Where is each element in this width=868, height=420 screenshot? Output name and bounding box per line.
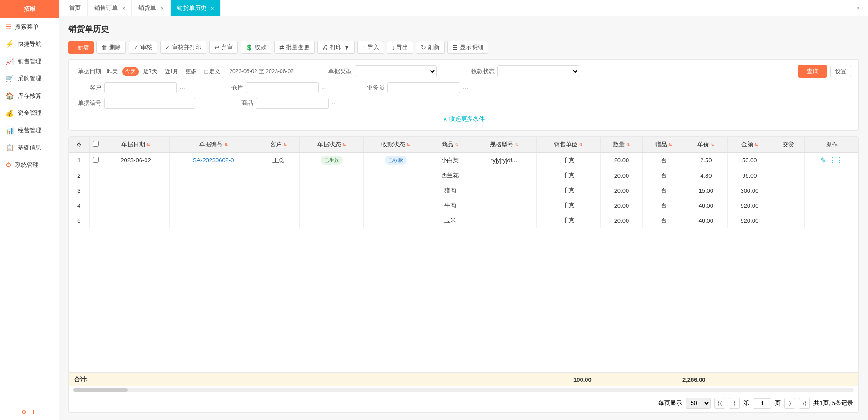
sidebar-item-inventory-calc[interactable]: 🏠 库存核算 [0, 87, 59, 105]
next-page-button[interactable]: ⟩ [784, 398, 795, 409]
date-range-display: 2023-06-02 至 2023-06-02 [229, 68, 293, 75]
row-checkbox[interactable] [93, 157, 99, 163]
sidebar-pause-icon[interactable]: ⏸ [31, 409, 37, 415]
table-scroll-area[interactable]: ⚙ 单据日期 ⇅ 单据编号 ⇅ [69, 137, 858, 372]
collapse-icon: ∧ [443, 116, 447, 123]
inventory-calc-icon: 🏠 [5, 92, 14, 100]
date-yesterday[interactable]: 昨天 [104, 67, 120, 76]
sidebar-item-system-mgmt[interactable]: ⚙ 系统管理 [0, 156, 59, 174]
footer-total-amount: 2,286.00 [682, 376, 706, 383]
abandon-button[interactable]: ↩ 弃审 [209, 41, 238, 54]
goods-ellipsis[interactable]: ··· [331, 100, 337, 107]
table-row: 4牛肉千克20.00否46.00920.00 [69, 198, 858, 213]
sidebar-item-search-menu[interactable]: ☰ 搜索菜单 [0, 18, 59, 35]
sidebar-settings-icon[interactable]: ⚙ [21, 409, 27, 415]
filter-doc-type-select[interactable] [355, 65, 437, 77]
page-input[interactable] [753, 398, 771, 409]
per-page-select[interactable]: 50 100 [686, 398, 711, 409]
delete-button[interactable]: 🗑 删除 [96, 41, 126, 54]
scroll-thumb[interactable] [73, 388, 128, 392]
sidebar-item-purchase-mgmt[interactable]: 🛒 采购管理 [0, 70, 59, 87]
sort-collect-status[interactable]: ⇅ [406, 142, 410, 147]
sort-unit[interactable]: ⇅ [579, 142, 582, 147]
customer-ellipsis[interactable]: ··· [180, 84, 185, 91]
th-spec: 规格型号 ⇅ [472, 137, 536, 153]
date-today[interactable]: 今天 [122, 67, 139, 76]
sort-spec[interactable]: ⇅ [515, 142, 518, 147]
total-info: 共1页, 5条记录 [813, 399, 853, 407]
collect-button[interactable]: 💲 收款 [241, 41, 271, 54]
table-row: 12023-06-02SA-20230602-0王总已生效已收款小白菜tyjyj… [69, 153, 858, 168]
refresh-button[interactable]: ↻ 刷新 [416, 41, 445, 54]
sort-goods[interactable]: ⇅ [455, 142, 458, 147]
first-page-button[interactable]: ⟨⟨ [714, 398, 725, 409]
th-settings[interactable]: ⚙ [69, 137, 90, 153]
filter-actions: 查询 设置 [798, 65, 851, 78]
warehouse-ellipsis[interactable]: ··· [321, 84, 327, 91]
prev-page-button[interactable]: ⟨ [729, 398, 740, 409]
sort-amount[interactable]: ⇅ [754, 142, 758, 147]
filter-customer-input[interactable] [104, 82, 177, 93]
th-actions: 操作 [805, 137, 858, 153]
tab-sales-order-close[interactable]: × [122, 5, 125, 11]
tab-home[interactable]: 首页 [63, 0, 88, 16]
filter-goods-input[interactable] [256, 98, 329, 109]
filter-doc-type-item: 单据类型 [326, 65, 437, 77]
add-button[interactable]: + 新增 [68, 41, 94, 54]
show-detail-button[interactable]: ☰ 显示明细 [447, 41, 488, 54]
sort-gift[interactable]: ⇅ [668, 142, 672, 147]
query-button[interactable]: 查询 [798, 65, 827, 78]
tab-sales-history[interactable]: 销货单历史 × [171, 0, 221, 16]
review-print-icon: ✓ [165, 44, 170, 51]
filter-docno-input[interactable] [104, 98, 195, 109]
salesperson-ellipsis[interactable]: ··· [463, 84, 468, 91]
sidebar-item-operations-mgmt[interactable]: 📊 经营管理 [0, 122, 59, 139]
tab-sales-order[interactable]: 销售订单 × [88, 0, 132, 16]
sidebar-item-quick-nav[interactable]: ⚡ 快捷导航 [0, 35, 59, 53]
sort-customer[interactable]: ⇅ [283, 142, 287, 147]
filter-warehouse-input[interactable] [246, 82, 319, 93]
horizontal-scrollbar[interactable] [73, 388, 854, 392]
review-print-button[interactable]: ✓ 审核并打印 [160, 41, 206, 54]
date-1month[interactable]: 近1月 [162, 67, 181, 76]
tab-sales-goods[interactable]: 销货单 × [132, 0, 170, 16]
th-amount: 金额 ⇅ [727, 137, 772, 153]
edit-action[interactable]: ✎ [820, 156, 826, 165]
tab-sales-goods-close[interactable]: × [161, 5, 163, 11]
sort-doc-status[interactable]: ⇅ [342, 142, 346, 147]
filter-salesperson-item: 业务员 ··· [359, 82, 468, 93]
date-7days[interactable]: 近7天 [140, 67, 160, 76]
sort-doc-date[interactable]: ⇅ [146, 142, 150, 147]
sidebar-item-fund-mgmt[interactable]: 💰 资金管理 [0, 105, 59, 122]
sort-quantity[interactable]: ⇅ [626, 142, 630, 147]
filter-row-3: 单据编号 商品 ··· [76, 98, 851, 109]
more-action[interactable]: ⋮⋮ [829, 156, 843, 165]
batch-change-icon: ⇄ [279, 44, 284, 51]
tab-sales-history-close[interactable]: × [211, 5, 214, 11]
batch-change-button[interactable]: ⇄ 批量变更 [274, 41, 315, 54]
last-page-button[interactable]: ⟩⟩ [799, 398, 810, 409]
filter-settings-button[interactable]: 设置 [830, 66, 851, 77]
select-all-checkbox[interactable] [93, 141, 99, 147]
system-mgmt-icon: ⚙ [5, 161, 11, 169]
review-button[interactable]: ✓ 审核 [129, 41, 157, 54]
collapse-filter-button[interactable]: ∧ 收起更多条件 [76, 113, 851, 125]
th-doc-status: 单据状态 ⇅ [300, 137, 364, 153]
print-button[interactable]: 🖨 打印 ▼ [317, 41, 355, 54]
sidebar-item-sales-mgmt[interactable]: 📈 销售管理 [0, 53, 59, 70]
date-custom[interactable]: 自定义 [201, 67, 223, 76]
filter-collect-status-select[interactable] [497, 65, 579, 77]
sort-doc-no[interactable]: ⇅ [224, 142, 228, 147]
filter-salesperson-input[interactable] [387, 82, 460, 93]
export-button[interactable]: ↓ 导出 [387, 41, 414, 54]
sort-unit-price[interactable]: ⇅ [711, 142, 714, 147]
sidebar-item-basic-info[interactable]: 📋 基础信息 [0, 139, 59, 156]
data-table: ⚙ 单据日期 ⇅ 单据编号 ⇅ [69, 137, 858, 228]
close-all-tabs[interactable]: × [852, 5, 864, 11]
table-container: ⚙ 单据日期 ⇅ 单据编号 ⇅ [68, 136, 859, 413]
table-row: 3猪肉千克20.00否15.00300.00 [69, 183, 858, 198]
date-more[interactable]: 更多 [183, 67, 199, 76]
import-button[interactable]: ↑ 导入 [357, 41, 384, 54]
per-page-label: 每页显示 [658, 399, 682, 407]
footer-total-quantity: 100.00 [573, 376, 592, 383]
